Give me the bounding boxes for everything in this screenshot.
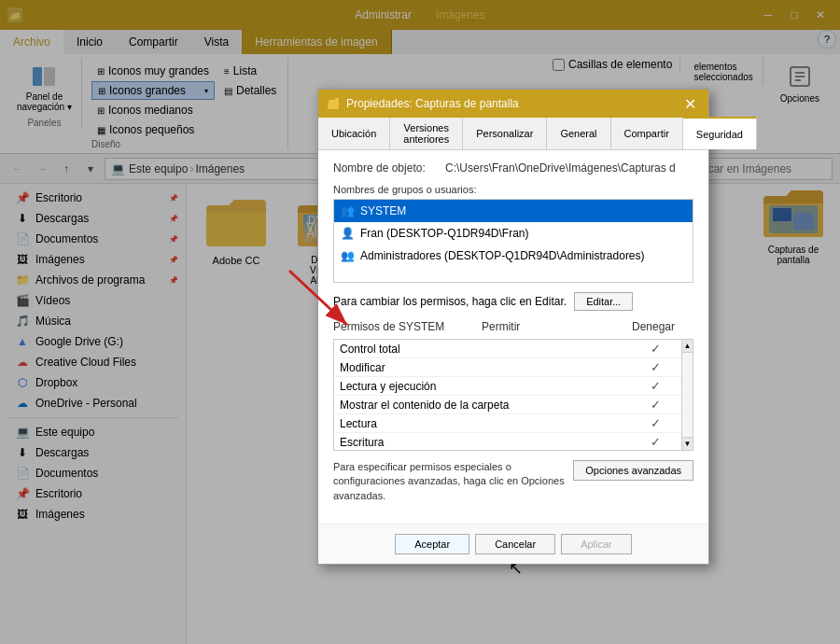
tab-seguridad[interactable]: Seguridad xyxy=(683,117,757,149)
system-icon: 👥 xyxy=(340,203,355,218)
perms-scrollbar: ▲ ▼ xyxy=(681,340,693,450)
perms-allow: Permitir xyxy=(482,320,520,333)
special-perms-section: Opciones avanzadas Para especificar perm… xyxy=(333,460,693,512)
perm-control-total: Control total ✓ xyxy=(334,340,693,358)
object-value: C:\Users\Fran\OneDrive\Imágenes\Capturas… xyxy=(445,161,676,175)
object-label: Nombre de objeto: xyxy=(333,161,445,175)
perms-table-wrap: Control total ✓ Modificar ✓ Lectura y ej… xyxy=(333,339,693,451)
perm-mostrar: Mostrar el contenido de la carpeta ✓ xyxy=(334,396,693,414)
tab-compartir[interactable]: Compartir xyxy=(611,118,683,149)
system-label: SYSTEM xyxy=(360,204,406,217)
tab-personalizar[interactable]: Personalizar xyxy=(463,118,547,149)
dialog-close-button[interactable]: ✕ xyxy=(679,92,701,115)
dialog-footer: Aceptar Cancelar Aplicar xyxy=(318,524,708,564)
checkmark5: ✓ xyxy=(651,416,661,430)
perm-lectura-ejecucion: Lectura y ejecución ✓ xyxy=(334,377,693,396)
change-perms-row: Para cambiar los permisos, haga clic en … xyxy=(333,292,693,311)
perms-table: Control total ✓ Modificar ✓ Lectura y ej… xyxy=(334,340,693,451)
accept-button[interactable]: Aceptar xyxy=(395,534,469,554)
tab-ubicacion[interactable]: Ubicación xyxy=(318,118,390,149)
admins-label: Administradores (DESKTOP-Q1DR94D\Adminis… xyxy=(360,249,645,262)
perm-escritura: Escritura ✓ xyxy=(334,433,693,452)
scrollbar-up[interactable]: ▲ xyxy=(682,340,693,353)
tab-versiones[interactable]: Versiones anteriores xyxy=(390,118,463,149)
perms-title: Permisos de SYSTEM xyxy=(333,320,444,333)
scrollbar-track xyxy=(682,353,693,437)
perm-lec-allow: ✓ xyxy=(637,414,674,433)
perm-lec-label: Lectura xyxy=(334,414,637,433)
fran-label: Fran (DESKTOP-Q1DR94D\Fran) xyxy=(360,227,529,240)
user-admins[interactable]: 👥 Administradores (DESKTOP-Q1DR94D\Admin… xyxy=(334,245,693,267)
perm-mostrar-label: Mostrar el contenido de la carpeta xyxy=(334,396,637,414)
perm-le-allow: ✓ xyxy=(637,377,674,396)
admins-icon: 👥 xyxy=(340,248,355,263)
perm-esc-label: Escritura xyxy=(334,433,637,452)
dialog-title: Propiedades: Capturas de pantalla xyxy=(346,97,679,110)
user-system[interactable]: 👥 SYSTEM xyxy=(334,200,693,222)
change-perms-text: Para cambiar los permisos, haga clic en … xyxy=(333,295,567,308)
tab-general[interactable]: General xyxy=(547,118,610,149)
perm-le-label: Lectura y ejecución xyxy=(334,377,637,396)
fran-icon: 👤 xyxy=(340,226,355,241)
advanced-button[interactable]: Opciones avanzadas xyxy=(573,460,693,481)
users-list[interactable]: 👥 SYSTEM 👤 Fran (DESKTOP-Q1DR94D\Fran) 👥… xyxy=(333,199,693,283)
perm-mod-label: Modificar xyxy=(334,358,637,377)
properties-dialog: Propiedades: Capturas de pantalla ✕ Ubic… xyxy=(317,89,709,565)
dialog-tabs: Ubicación Versiones anteriores Personali… xyxy=(318,118,708,150)
perm-esc-allow: ✓ xyxy=(637,433,674,452)
checkmark4: ✓ xyxy=(651,398,661,412)
groups-label: Nombres de grupos o usuarios: xyxy=(333,184,693,195)
perm-mod-allow: ✓ xyxy=(637,358,674,377)
perm-mostrar-allow: ✓ xyxy=(637,396,674,414)
object-name-row: Nombre de objeto: C:\Users\Fran\OneDrive… xyxy=(333,161,693,175)
edit-button[interactable]: Editar... xyxy=(574,292,633,311)
scrollbar-down[interactable]: ▼ xyxy=(682,437,693,450)
checkmark3: ✓ xyxy=(651,379,661,393)
perms-section-title: Permisos de SYSTEM Permitir Denegar xyxy=(333,320,693,333)
perm-modificar: Modificar ✓ xyxy=(334,358,693,377)
checkmark: ✓ xyxy=(651,342,661,356)
apply-button[interactable]: Aplicar xyxy=(561,534,632,554)
cancel-button[interactable]: Cancelar xyxy=(475,534,555,554)
perms-deny: Denegar xyxy=(632,320,675,333)
perm-ct-allow: ✓ xyxy=(637,340,674,358)
dialog-content: Nombre de objeto: C:\Users\Fran\OneDrive… xyxy=(318,150,708,524)
dialog-titlebar: Propiedades: Capturas de pantalla ✕ xyxy=(318,90,708,118)
user-fran[interactable]: 👤 Fran (DESKTOP-Q1DR94D\Fran) xyxy=(334,222,693,245)
perm-ct-label: Control total xyxy=(334,340,637,358)
dialog-icon xyxy=(326,96,341,111)
perm-lectura: Lectura ✓ xyxy=(334,414,693,433)
checkmark6: ✓ xyxy=(651,435,661,449)
checkmark2: ✓ xyxy=(651,360,661,374)
